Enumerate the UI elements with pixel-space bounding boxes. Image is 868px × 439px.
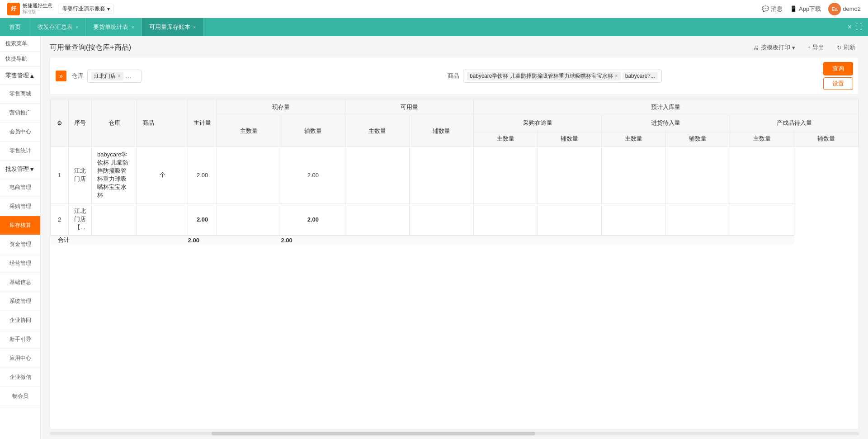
template-print-button[interactable]: 🖨 按模板打印 ▾ bbox=[750, 42, 799, 53]
tab-orders-close[interactable]: × bbox=[131, 24, 134, 30]
product-tag-2-value: babycare?... bbox=[625, 73, 655, 79]
total-label: 合计 bbox=[51, 236, 188, 244]
filter-expand-button[interactable]: » bbox=[56, 71, 66, 81]
sidebar-retail-stats-label: 零售统计 bbox=[9, 147, 31, 154]
cell-purchase-main bbox=[409, 203, 473, 236]
export-label: 导出 bbox=[812, 43, 824, 52]
th-available: 可用量 bbox=[345, 99, 473, 115]
product-remove-1-icon[interactable]: × bbox=[615, 73, 618, 79]
sidebar-item-system[interactable]: 系统管理 bbox=[0, 292, 40, 311]
total-goods-aux bbox=[602, 236, 666, 244]
warehouse-tag-value: 江北门店 bbox=[94, 72, 116, 80]
th-products-arriving: 产成品待入量 bbox=[730, 115, 859, 131]
th-purchase-main: 主数量 bbox=[473, 131, 538, 147]
sidebar-item-members[interactable]: 会员中心 bbox=[0, 123, 40, 142]
sidebar-item-enterprise-wechat[interactable]: 企业微信 bbox=[0, 368, 40, 387]
tab-inventory[interactable]: 可用量库存账本 × bbox=[142, 18, 203, 36]
chevron-down-icon: ▾ bbox=[107, 6, 110, 12]
sidebar-item-wholesale[interactable]: 批发管理 ▼ bbox=[0, 160, 40, 178]
sidebar-item-ecommerce[interactable]: 电商管理 bbox=[0, 178, 40, 197]
inventory-table-container[interactable]: ⚙ 序号 仓库 商品 主计量 现存量 可用量 预计入库量 主数量 辅数量 主数量 bbox=[50, 99, 859, 430]
sidebar-item-retail-stats[interactable]: 零售统计 bbox=[0, 142, 40, 160]
tab-orders[interactable]: 要货单统计表 × bbox=[86, 18, 142, 36]
th-goods-aux: 辅数量 bbox=[666, 131, 730, 147]
cell-available-main: 2.00 bbox=[281, 147, 345, 203]
filter-actions: 查询 设置 bbox=[823, 62, 853, 90]
tab-spacer bbox=[203, 18, 842, 36]
cell-warehouse: 江北门店 bbox=[69, 147, 92, 203]
industry-selector[interactable]: 母婴行业演示账套 ▾ bbox=[58, 4, 114, 14]
username-label: demo2 bbox=[843, 5, 861, 12]
table-row: 1 江北门店 babycare学饮杯 儿童防摔防撞吸管杯重力球吸嘴杯宝宝水杯 个… bbox=[51, 147, 859, 203]
sidebar-item-app-center[interactable]: 应用中心 bbox=[0, 349, 40, 368]
product-filter-label: 商品 bbox=[448, 72, 459, 80]
th-products-aux: 辅数量 bbox=[794, 131, 859, 147]
total-row: 合计 2.00 2.00 bbox=[51, 236, 859, 244]
cell-current-aux bbox=[217, 147, 281, 203]
chevron-down-icon: ▼ bbox=[29, 166, 35, 173]
product-filter-group: 商品 babycare学饮杯 儿童防摔防撞吸管杯重力球吸嘴杯宝宝水杯 × bab… bbox=[448, 70, 818, 83]
main-layout: 搜索菜单 快捷导航 零售管理 ▲ 零售商城 营销推广 会员中心 零售统计 批发管… bbox=[0, 36, 868, 439]
warehouse-remove-icon[interactable]: × bbox=[118, 73, 121, 79]
logo-text-block: 畅捷通好生意 标准版 bbox=[23, 3, 52, 15]
refresh-button[interactable]: ↻ 刷新 bbox=[833, 42, 859, 53]
cell-products-main bbox=[666, 147, 730, 203]
user-menu[interactable]: Ea demo2 bbox=[828, 3, 861, 15]
logo: 好 畅捷通好生意 标准版 bbox=[7, 3, 52, 15]
sidebar-item-enterprise[interactable]: 企业协同 bbox=[0, 311, 40, 330]
sidebar-item-vip[interactable]: 畅会员 bbox=[0, 387, 40, 406]
cell-product: babycare学饮杯 儿童防摔防撞吸管杯重力球吸嘴杯宝宝水杯 bbox=[92, 147, 137, 203]
tab-inventory-label: 可用量库存账本 bbox=[149, 23, 190, 31]
cell-product bbox=[92, 203, 137, 236]
tab-inventory-close[interactable]: × bbox=[193, 24, 196, 30]
sidebar-item-operations[interactable]: 经营管理 bbox=[0, 254, 40, 273]
avatar: Ea bbox=[828, 3, 841, 15]
cell-products-aux bbox=[730, 147, 794, 203]
product-input[interactable]: babycare学饮杯 儿童防摔防撞吸管杯重力球吸嘴杯宝宝水杯 × babyca… bbox=[463, 70, 662, 83]
cell-num: 2 bbox=[51, 203, 69, 236]
sidebar-item-newbie[interactable]: 新手引导 bbox=[0, 330, 40, 349]
tab-receipts-close[interactable]: × bbox=[75, 24, 78, 30]
cell-goods-aux bbox=[602, 203, 666, 236]
warehouse-dots[interactable]: ... bbox=[125, 72, 131, 80]
app-download-button[interactable]: 📱 App下载 bbox=[790, 5, 821, 13]
page-title: 可用量查询(按仓库+商品) bbox=[50, 43, 131, 52]
total-available-main: 2.00 bbox=[281, 236, 345, 244]
sidebar-retail-mall-label: 零售商城 bbox=[9, 90, 31, 97]
nav-tabs: 首页 收发存汇总表 × 要货单统计表 × 可用量库存账本 × × ⛶ bbox=[0, 18, 868, 36]
sidebar-item-marketing[interactable]: 营销推广 bbox=[0, 104, 40, 123]
sidebar-enterprise-wechat-label: 企业微信 bbox=[9, 374, 31, 380]
export-button[interactable]: ↑ 导出 bbox=[804, 42, 828, 53]
settings-button[interactable]: 设置 bbox=[823, 77, 853, 90]
sidebar-item-finance[interactable]: 资金管理 bbox=[0, 235, 40, 254]
th-purchase-transit: 采购在途量 bbox=[473, 115, 602, 131]
tab-home[interactable]: 首页 bbox=[0, 18, 30, 36]
sidebar-item-retail-mall[interactable]: 零售商城 bbox=[0, 85, 40, 104]
warehouse-input[interactable]: 江北门店 × ... bbox=[87, 70, 142, 83]
close-all-button[interactable]: × bbox=[848, 23, 852, 31]
scrollbar-thumb[interactable] bbox=[212, 432, 535, 435]
sidebar-item-basics[interactable]: 基础信息 bbox=[0, 273, 40, 292]
th-current-stock: 现存量 bbox=[217, 99, 345, 115]
product-tag-2: babycare?... bbox=[623, 72, 658, 80]
sidebar-search[interactable]: 搜索菜单 bbox=[0, 36, 40, 52]
table-scrollbar[interactable] bbox=[50, 432, 859, 435]
table-row: 2 江北门店【... 2.00 2.00 bbox=[51, 203, 859, 236]
query-button[interactable]: 查询 bbox=[823, 62, 853, 76]
chevron-up-icon: ▲ bbox=[29, 72, 35, 79]
page-header: 可用量查询(按仓库+商品) 🖨 按模板打印 ▾ ↑ 导出 ↻ 刷新 bbox=[41, 36, 868, 57]
tab-receipts-label: 收发存汇总表 bbox=[38, 23, 73, 31]
sidebar-quick-nav[interactable]: 快捷导航 bbox=[0, 52, 40, 67]
tab-receipts[interactable]: 收发存汇总表 × bbox=[30, 18, 86, 36]
th-settings[interactable]: ⚙ bbox=[51, 99, 69, 147]
sidebar-item-inventory-check[interactable]: 库存核算 bbox=[0, 216, 40, 235]
cell-purchase-aux bbox=[473, 203, 538, 236]
sidebar-purchase-label: 采购管理 bbox=[9, 203, 31, 209]
fullscreen-button[interactable]: ⛶ bbox=[855, 23, 863, 31]
total-available-aux bbox=[345, 236, 409, 244]
tab-orders-label: 要货单统计表 bbox=[93, 23, 128, 31]
message-button[interactable]: 💬 消息 bbox=[762, 5, 783, 13]
sidebar-item-purchase[interactable]: 采购管理 bbox=[0, 197, 40, 216]
top-bar-right: 💬 消息 📱 App下载 Ea demo2 bbox=[762, 3, 861, 15]
sidebar-item-retail[interactable]: 零售管理 ▲ bbox=[0, 67, 40, 85]
